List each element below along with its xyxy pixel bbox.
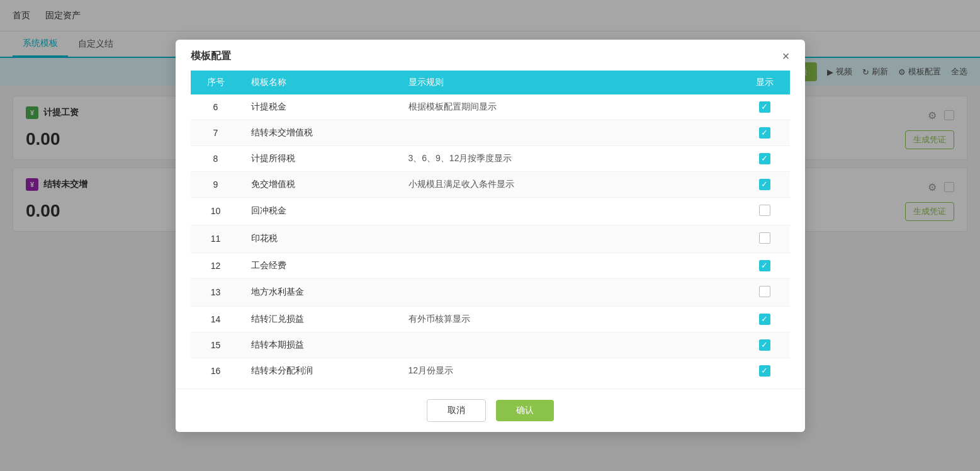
- cell-rule: [398, 225, 740, 253]
- cell-rule: 小规模且满足收入条件显示: [398, 171, 740, 197]
- cell-rule: [398, 278, 740, 306]
- cell-rule: 3、6、9、12月按季度显示: [398, 145, 740, 171]
- cell-no: 15: [191, 332, 241, 358]
- modal-overlay: 模板配置 × 序号 模板名称 显示规则 显示 6计提税金根据模板配置期间: [0, 0, 980, 471]
- cell-no: 10: [191, 197, 241, 225]
- cell-name: 结转本期损益: [241, 332, 398, 358]
- config-table: 序号 模板名称 显示规则 显示 6计提税金根据模板配置期间显示7结转未交增值税8…: [191, 71, 790, 383]
- checkbox-13[interactable]: [759, 286, 770, 297]
- confirm-button[interactable]: 确认: [496, 400, 554, 421]
- cell-check: [740, 306, 790, 332]
- cell-no: 8: [191, 145, 241, 171]
- modal-header: 模板配置 ×: [176, 40, 805, 71]
- cell-name: 计提所得税: [241, 145, 398, 171]
- table-header-row: 序号 模板名称 显示规则 显示: [191, 71, 790, 94]
- cell-no: 6: [191, 94, 241, 120]
- modal-body: 序号 模板名称 显示规则 显示 6计提税金根据模板配置期间显示7结转未交增值税8…: [176, 71, 805, 389]
- table-row: 8计提所得税3、6、9、12月按季度显示: [191, 145, 790, 171]
- cell-rule: [398, 197, 740, 225]
- cell-rule: 12月份显示: [398, 358, 740, 383]
- cell-check: [740, 225, 790, 253]
- cell-no: 14: [191, 306, 241, 332]
- checkbox-10[interactable]: [759, 205, 770, 216]
- cell-name: 印花税: [241, 225, 398, 253]
- col-header-show: 显示: [740, 71, 790, 94]
- cell-no: 11: [191, 225, 241, 253]
- cell-name: 工会经费: [241, 253, 398, 278]
- cell-no: 12: [191, 253, 241, 278]
- cell-rule: 根据模板配置期间显示: [398, 94, 740, 120]
- table-row: 7结转未交增值税: [191, 120, 790, 145]
- table-body: 6计提税金根据模板配置期间显示7结转未交增值税8计提所得税3、6、9、12月按季…: [191, 94, 790, 383]
- cell-check: [740, 94, 790, 120]
- checkbox-14[interactable]: [759, 314, 770, 325]
- cell-name: 计提税金: [241, 94, 398, 120]
- checkbox-7[interactable]: [759, 127, 770, 139]
- table-row: 16结转未分配利润12月份显示: [191, 358, 790, 383]
- cell-name: 地方水利基金: [241, 278, 398, 306]
- col-header-no: 序号: [191, 71, 241, 94]
- cell-check: [740, 145, 790, 171]
- cell-check: [740, 358, 790, 383]
- cell-check: [740, 253, 790, 278]
- cell-name: 结转汇兑损益: [241, 306, 398, 332]
- checkbox-8[interactable]: [759, 153, 770, 164]
- table-row: 14结转汇兑损益有外币核算显示: [191, 306, 790, 332]
- checkbox-16[interactable]: [759, 365, 770, 377]
- cell-no: 16: [191, 358, 241, 383]
- cell-check: [740, 278, 790, 306]
- cell-no: 7: [191, 120, 241, 145]
- cell-name: 免交增值税: [241, 171, 398, 197]
- cell-check: [740, 332, 790, 358]
- checkbox-11[interactable]: [759, 232, 770, 244]
- table-row: 12工会经费: [191, 253, 790, 278]
- cell-no: 13: [191, 278, 241, 306]
- col-header-rule: 显示规则: [398, 71, 740, 94]
- modal-close-button[interactable]: ×: [782, 50, 790, 62]
- table-row: 13地方水利基金: [191, 278, 790, 306]
- cell-check: [740, 120, 790, 145]
- cell-check: [740, 197, 790, 225]
- col-header-name: 模板名称: [241, 71, 398, 94]
- checkbox-12[interactable]: [759, 260, 770, 271]
- checkbox-9[interactable]: [759, 179, 770, 190]
- table-row: 10回冲税金: [191, 197, 790, 225]
- cancel-button[interactable]: 取消: [427, 399, 486, 422]
- modal-title: 模板配置: [191, 50, 231, 63]
- cell-name: 结转未分配利润: [241, 358, 398, 383]
- checkbox-6[interactable]: [759, 101, 770, 113]
- table-row: 11印花税: [191, 225, 790, 253]
- checkbox-15[interactable]: [759, 339, 770, 351]
- cell-rule: [398, 253, 740, 278]
- table-row: 6计提税金根据模板配置期间显示: [191, 94, 790, 120]
- cell-rule: [398, 332, 740, 358]
- cell-rule: [398, 120, 740, 145]
- background-page: 首页 固定资产 系统模板 自定义结 测算金额 ▶ 视频 ↻ 刷新 ⚙ 模板配置 …: [0, 0, 980, 471]
- cell-name: 回冲税金: [241, 197, 398, 225]
- table-row: 9免交增值税小规模且满足收入条件显示: [191, 171, 790, 197]
- cell-check: [740, 171, 790, 197]
- cell-name: 结转未交增值税: [241, 120, 398, 145]
- template-config-modal: 模板配置 × 序号 模板名称 显示规则 显示 6计提税金根据模板配置期间: [176, 40, 805, 432]
- table-row: 15结转本期损益: [191, 332, 790, 358]
- modal-footer: 取消 确认: [176, 389, 805, 432]
- cell-no: 9: [191, 171, 241, 197]
- cell-rule: 有外币核算显示: [398, 306, 740, 332]
